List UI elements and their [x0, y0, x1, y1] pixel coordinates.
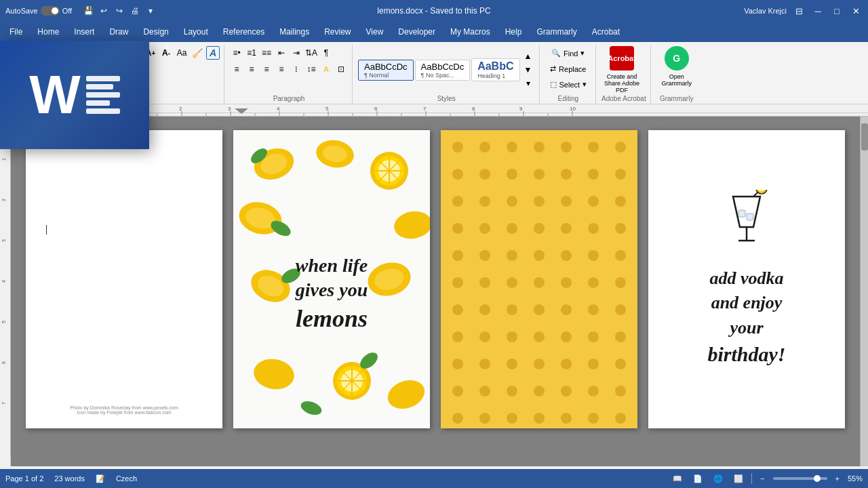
open-grammarly-label[interactable]: Open Grammarly [656, 73, 697, 87]
svg-point-119 [534, 304, 545, 315]
close-btn[interactable]: ✕ [849, 4, 863, 18]
zoom-in-btn[interactable]: + [833, 473, 842, 484]
save-icon[interactable]: 💾 [81, 4, 95, 18]
line-spacing-btn[interactable]: ↕≡ [304, 62, 318, 76]
svg-point-143 [615, 386, 626, 396]
web-layout-btn[interactable]: 🌐 [711, 473, 726, 485]
select-btn[interactable]: ⬚ Select ▾ [545, 77, 592, 92]
svg-point-144 [452, 413, 463, 424]
replace-btn[interactable]: ⇄ Replace [545, 62, 591, 76]
menu-mailings[interactable]: Mailings [273, 24, 316, 39]
svg-point-121 [588, 304, 599, 315]
blank-area[interactable]: Photo by Dominika Roseclay from www.pexe… [26, 130, 222, 428]
styles-group: AaBbCcDc ¶ Normal AaBbCcDc ¶ No Spac... … [354, 45, 540, 104]
menu-developer[interactable]: Developer [391, 24, 442, 39]
status-separator [751, 473, 752, 484]
menu-draw[interactable]: Draw [102, 24, 135, 39]
align-right-btn[interactable]: ≡ [260, 62, 273, 76]
text-effects-btn[interactable]: A [206, 46, 220, 60]
show-marks-btn[interactable]: ¶ [319, 46, 333, 60]
svg-text:8: 8 [472, 106, 475, 112]
styles-scroll-up[interactable]: ▲ [521, 49, 535, 63]
proofing-icon[interactable]: 📝 [96, 474, 105, 483]
svg-point-116 [452, 304, 463, 315]
menu-references[interactable]: References [216, 24, 271, 39]
bullets-btn[interactable]: ≡• [230, 46, 243, 60]
autosave-toggle[interactable] [41, 6, 60, 16]
paragraph-group-label: Paragraph [230, 95, 348, 104]
svg-point-113 [561, 277, 572, 288]
zoom-out-btn[interactable]: − [757, 473, 767, 484]
menu-design[interactable]: Design [136, 24, 175, 39]
menu-review[interactable]: Review [317, 24, 357, 39]
page-yellow [441, 130, 637, 428]
svg-point-92 [561, 196, 572, 207]
maximize-btn[interactable]: □ [830, 4, 844, 18]
zoom-slider[interactable] [773, 477, 827, 480]
print-layout-btn[interactable]: 📄 [690, 473, 705, 485]
font-shrink-btn[interactable]: A- [159, 46, 173, 60]
style-no-spacing-label: ¶ No Spac... [421, 72, 454, 79]
photo-credits: Photo by Dominika Roseclay from www.pexe… [70, 405, 178, 415]
decrease-indent-btn[interactable]: ⇤ [275, 46, 288, 60]
redo-icon[interactable]: ↪ [113, 4, 126, 18]
menu-home[interactable]: Home [31, 24, 66, 39]
menu-acrobat[interactable]: Acrobat [585, 24, 627, 39]
focus-btn[interactable]: ⬜ [731, 473, 746, 485]
menu-insert[interactable]: Insert [67, 24, 101, 39]
style-heading1[interactable]: AaBbC Heading 1 [471, 58, 519, 81]
svg-point-133 [534, 359, 545, 369]
columns-btn[interactable]: ⫶ [290, 62, 303, 76]
styles-expand[interactable]: ▾ [521, 77, 535, 90]
borders-btn[interactable]: ⊡ [334, 62, 348, 76]
create-share-label[interactable]: Create and Share Adobe PDF [601, 73, 642, 94]
acrobat-group: Acrobat Create and Share Adobe PDF Adobe… [597, 45, 651, 104]
increase-indent-btn[interactable]: ⇥ [290, 46, 303, 60]
multilevel-btn[interactable]: ≡≡ [260, 46, 273, 60]
print-icon[interactable]: 🖨 [128, 4, 142, 18]
birthday-line3: your [707, 316, 785, 340]
zoom-thumb [814, 475, 821, 482]
undo-icon[interactable]: ↩ [97, 4, 111, 18]
autosave-area[interactable]: AutoSave Off [5, 6, 72, 16]
style-no-spacing[interactable]: AaBbCcDc ¶ No Spac... [415, 60, 471, 81]
svg-point-76 [507, 142, 517, 152]
vertical-scrollbar[interactable] [860, 117, 868, 466]
menu-file[interactable]: File [3, 24, 29, 39]
svg-point-130 [452, 359, 463, 369]
align-left-btn[interactable]: ≡ [230, 62, 243, 76]
styles-group-label: Styles [358, 95, 535, 104]
svg-point-142 [588, 386, 599, 396]
read-mode-btn[interactable]: 📖 [670, 473, 685, 485]
menu-help[interactable]: Help [498, 24, 529, 39]
find-btn[interactable]: 🔍 Find ▾ [547, 46, 589, 60]
find-label: Find [564, 49, 578, 58]
style-normal[interactable]: AaBbCcDc ¶ Normal [358, 60, 414, 81]
sort-btn[interactable]: ⇅A [304, 46, 318, 60]
menu-grammarly[interactable]: Grammarly [530, 24, 583, 39]
menu-layout[interactable]: Layout [177, 24, 215, 39]
menu-view[interactable]: View [359, 24, 391, 39]
find-icon: 🔍 [551, 49, 561, 58]
align-center-btn[interactable]: ≡ [245, 62, 258, 76]
numbering-btn[interactable]: ≡1 [245, 46, 258, 60]
svg-text:5: 5 [326, 106, 329, 112]
ribbon-collapse-btn[interactable]: ⊟ [792, 4, 806, 18]
select-icon: ⬚ [550, 80, 557, 89]
document-scroll-area[interactable]: Photo by Dominika Roseclay from www.pexe… [11, 117, 860, 466]
svg-point-104 [507, 250, 517, 261]
page-left[interactable]: Photo by Dominika Roseclay from www.pexe… [26, 130, 222, 428]
side-ruler-svg: 1 2 3 4 5 6 7 [0, 117, 11, 455]
clear-format-btn[interactable]: 🧹 [191, 46, 204, 60]
shading-para-btn[interactable]: A [319, 62, 333, 76]
scrollbar-thumb[interactable] [861, 123, 868, 150]
menu-my-macros[interactable]: My Macros [443, 24, 497, 39]
font-case-btn[interactable]: Aa [175, 46, 189, 60]
customize-qat-icon[interactable]: ▾ [144, 4, 157, 18]
styles-scroll-down[interactable]: ▼ [521, 63, 535, 77]
justify-btn[interactable]: ≡ [275, 62, 288, 76]
minimize-btn[interactable]: ─ [811, 4, 825, 18]
svg-point-100 [588, 223, 599, 234]
svg-point-95 [452, 223, 463, 234]
svg-point-138 [479, 386, 490, 396]
